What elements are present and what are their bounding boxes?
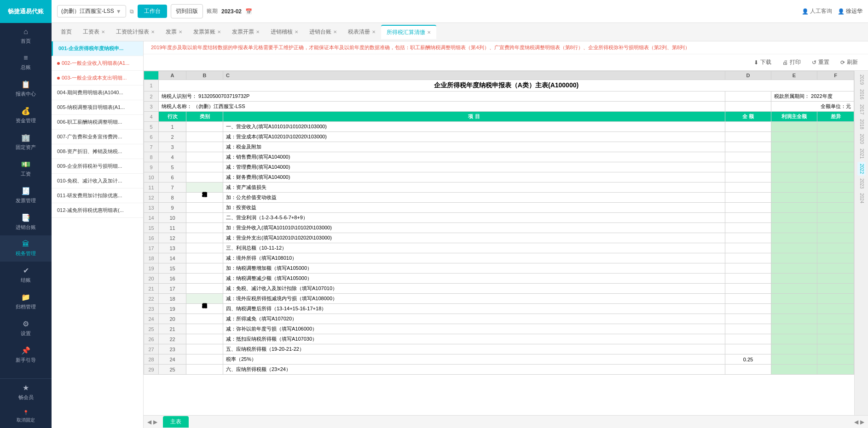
left-panel-item-007[interactable]: 007-广告费和业务宣传费跨... xyxy=(52,130,143,144)
sidebar-item-label: 工资 xyxy=(21,171,31,177)
close-tab-tax-clear[interactable]: ✕ xyxy=(372,29,376,34)
user-profile[interactable]: 👤 徐运华 xyxy=(838,7,862,15)
ledger-icon: ≡ xyxy=(23,54,28,62)
warning-bar: 2019年度步及取以前年度结转数据的申报表单元格需要手工维护正确，才能保证本年及… xyxy=(144,41,868,54)
spreadsheet[interactable]: A B C D E F xyxy=(144,71,854,415)
table-row: 2319四、纳税调整后所得（13-14+15-16-17+18） xyxy=(144,304,854,314)
table-row: 2824税率（25%）0.25 xyxy=(144,354,854,365)
timeline-2019[interactable]: 2019 xyxy=(857,73,866,86)
close-tab-invoice-calc[interactable]: ✕ xyxy=(217,29,221,34)
close-tab-sales-check[interactable]: ✕ xyxy=(295,29,298,34)
service-button[interactable]: 👤 人工客询 xyxy=(802,7,832,15)
sidebar-item-label: 结账 xyxy=(21,277,31,284)
tab-invoice[interactable]: 发票 ✕ xyxy=(160,25,188,39)
tab-income-tax[interactable]: 所得税汇算清缴 ✕ xyxy=(381,25,436,39)
sidebar-item-close-accounts[interactable]: ✔ 结账 xyxy=(0,262,52,288)
tab-sales-check[interactable]: 进销稽核 ✕ xyxy=(265,25,304,39)
left-panel-item-005[interactable]: 005-纳税调整项目明细表(A1... xyxy=(52,100,143,115)
error-dot xyxy=(57,77,60,80)
invoice-icon: 🧾 xyxy=(21,187,30,195)
sidebar-item-label: 固定资产 xyxy=(16,144,36,151)
company-selector[interactable]: (勿删）江西服宝-LSS ▼ xyxy=(57,5,126,17)
left-panel-item-008[interactable]: 008-资产折旧、摊销及纳税... xyxy=(52,144,143,159)
timeline-2021[interactable]: 2021 xyxy=(857,147,866,160)
sheet-tab-main[interactable]: 主表 xyxy=(163,416,189,428)
close-tab-invoice-issue[interactable]: ✕ xyxy=(256,29,260,34)
tab-payroll-report[interactable]: 工资统计报表 ✕ xyxy=(110,25,160,39)
download-button[interactable]: ⬇ 下载 xyxy=(751,57,774,68)
col-header-f: F xyxy=(817,71,854,80)
sidebar-item-archive[interactable]: 📁 归档管理 xyxy=(0,288,52,315)
close-accounts-icon: ✔ xyxy=(23,266,29,275)
tab-invoice-issue[interactable]: 发票开票 ✕ xyxy=(226,25,265,39)
sidebar-item-new-guide[interactable]: 📌 新手引导 xyxy=(0,342,52,368)
left-panel-item-003[interactable]: 003-一般企业成本支出明细... xyxy=(52,71,143,86)
tab-sales-ledger[interactable]: 进销台账 ✕ xyxy=(304,25,342,39)
timeline-2017[interactable]: 2017 xyxy=(857,103,866,116)
close-tab-payroll-report[interactable]: ✕ xyxy=(151,29,155,34)
left-panel-item-009[interactable]: 009-企业所得税补亏损明细... xyxy=(52,159,143,174)
sidebar-item-ledger[interactable]: ≡ 总账 xyxy=(0,49,52,75)
topbar: (勿删）江西服宝-LSS ▼ ⧉ 工作台 切到旧版 账期 2023-02 📅 👤… xyxy=(52,0,868,23)
tab-home[interactable]: 首页 xyxy=(55,25,77,39)
sidebar-item-report[interactable]: 📋 报表中心 xyxy=(0,75,52,102)
left-panel-item-001[interactable]: 001-企业所得税年度纳税申... xyxy=(52,41,143,56)
col-header-e: E xyxy=(771,71,817,80)
workbench-button[interactable]: 工作台 xyxy=(138,5,167,18)
service-icon: 👤 xyxy=(802,8,809,15)
switch-version-button[interactable]: 切到旧版 xyxy=(171,4,203,18)
table-row: 2521减：弥补以前年度亏损（填写A106000） xyxy=(144,324,854,334)
reset-button[interactable]: ↺ 重置 xyxy=(809,57,832,68)
left-panel-item-011[interactable]: 011-研发费用加计扣除优惠... xyxy=(52,188,143,203)
user-avatar-icon: 👤 xyxy=(838,8,845,15)
currency-cell: 全额单位：元 xyxy=(771,102,854,112)
close-tab-income-tax[interactable]: ✕ xyxy=(427,30,431,35)
archive-icon: 📁 xyxy=(21,293,30,302)
sidebar-item-settings[interactable]: ⚙ 设置 xyxy=(0,315,52,342)
timeline-2016[interactable]: 2016 xyxy=(857,87,866,101)
sidebar-item-invoice-mgmt[interactable]: 🧾 发票管理 xyxy=(0,182,52,209)
sidebar-item-label: 畅会员 xyxy=(18,394,34,401)
tab-tax-clear[interactable]: 税表清册 ✕ xyxy=(342,25,381,39)
close-tab-sales-ledger[interactable]: ✕ xyxy=(333,29,337,34)
payroll-icon: 💵 xyxy=(21,160,30,169)
table-row: 117利润总额计算减：资产减值损失 xyxy=(144,183,854,193)
tab-invoice-calc[interactable]: 发票算账 ✕ xyxy=(188,25,226,39)
timeline-2024[interactable]: 2024 xyxy=(857,191,866,205)
left-panel-item-002[interactable]: 002-一般企业收入明细表(A1... xyxy=(52,56,143,71)
dropdown-icon: ▼ xyxy=(116,8,122,15)
sidebar-item-member[interactable]: ★ 畅会员 xyxy=(0,379,52,405)
reset-icon: ↺ xyxy=(812,59,816,66)
sidebar-item-asset-mgmt[interactable]: 💰 资金管理 xyxy=(0,102,52,129)
print-button[interactable]: 🖨 打印 xyxy=(780,57,804,68)
sidebar-item-home[interactable]: ⌂ 首页 xyxy=(0,23,52,49)
scroll-right-icon[interactable]: ▶ xyxy=(860,419,864,425)
sidebar-item-tax-mgmt[interactable]: 🏛 税务管理 xyxy=(0,235,52,262)
warning-text: 2019年度步及取以前年度结转数据的申报表单元格需要手工维护正确，才能保证本年及… xyxy=(151,45,690,50)
table-header-row: 4 行次 类别 项 目 全 额 利润主全额 差异 xyxy=(144,112,854,122)
left-panel-item-010[interactable]: 010-免税、减计收入及加计... xyxy=(52,174,143,188)
close-tab-invoice[interactable]: ✕ xyxy=(179,29,182,34)
close-tab-payroll[interactable]: ✕ xyxy=(101,29,105,34)
left-panel-item-004[interactable]: 004-期间费用明细表(A1040... xyxy=(52,86,143,100)
copy-icon[interactable]: ⧉ xyxy=(130,8,134,15)
col-header-a: A xyxy=(159,71,186,80)
refresh-button[interactable]: ⟳ 刷新 xyxy=(838,57,861,68)
sidebar-item-fixed-asset[interactable]: 🏢 固定资产 xyxy=(0,129,52,155)
timeline-2020[interactable]: 2020 xyxy=(857,132,866,146)
sidebar-item-sales-purchase[interactable]: 📑 进销台账 xyxy=(0,209,52,235)
scroll-left-icon[interactable]: ◀ xyxy=(854,419,858,425)
timeline-2022[interactable]: 2022 xyxy=(857,162,866,176)
prev-sheet-icon[interactable]: ◀ xyxy=(147,419,151,425)
table-row: 1511加：营业外收入(填写A101010\101020\103000) xyxy=(144,223,854,233)
timeline-2018[interactable]: 2018 xyxy=(857,117,866,131)
next-sheet-icon[interactable]: ▶ xyxy=(153,419,157,425)
calendar-icon[interactable]: 📅 xyxy=(245,8,252,15)
tab-payroll[interactable]: 工资表 ✕ xyxy=(77,25,110,39)
unpin-button[interactable]: 📍 取消固定 xyxy=(0,405,52,428)
sidebar-item-payroll[interactable]: 💵 工资 xyxy=(0,155,52,182)
left-panel-item-006[interactable]: 006-职工薪酬纳税调整明细... xyxy=(52,115,143,130)
sidebar-item-label: 总账 xyxy=(21,64,31,71)
timeline-2023[interactable]: 2023 xyxy=(857,177,866,190)
left-panel-item-012[interactable]: 012-减免所得税优惠明细表(... xyxy=(52,203,143,218)
